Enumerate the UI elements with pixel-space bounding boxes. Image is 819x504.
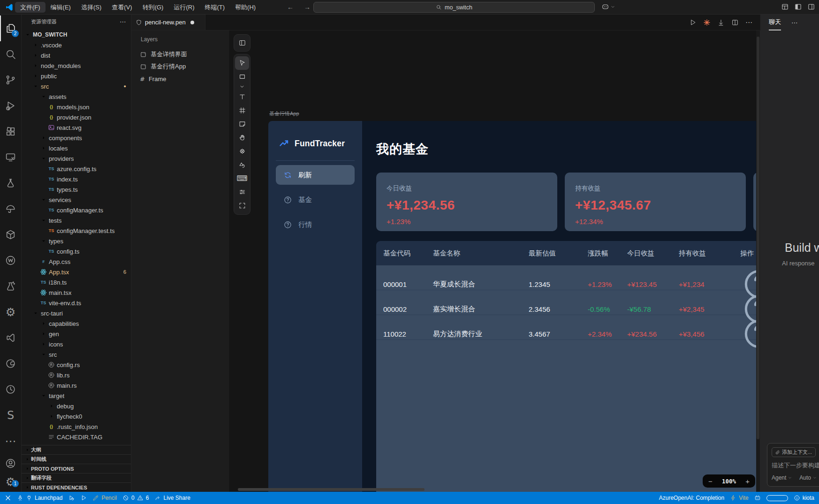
launchpad-status[interactable]: Launchpad (14, 495, 65, 501)
layer-item[interactable]: 基金详情界面 (131, 48, 229, 60)
app-frame[interactable]: FundTracker 刷新基金行情 我的基金 今日收益+¥1,234.56+1… (268, 121, 756, 492)
hand-tool[interactable] (235, 131, 249, 144)
activity-item-gear-extension[interactable]: ⚙ (0, 299, 21, 325)
browser-status[interactable] (751, 495, 764, 501)
layout-grid-icon[interactable] (781, 3, 789, 11)
component-tool[interactable] (235, 144, 249, 158)
chat-input-box[interactable]: 添加上下文... 描述下一步要构建 Agent Auto (767, 443, 819, 487)
layer-item[interactable]: 基金行情App (131, 60, 229, 73)
kiota-status[interactable]: kiota (791, 495, 817, 501)
menu-item[interactable]: 选择(S) (76, 2, 106, 13)
scrollbar-thumb[interactable] (757, 37, 759, 439)
pencil-status[interactable]: Pencil (90, 495, 120, 501)
tree-item[interactable]: target (22, 391, 131, 401)
tree-item[interactable]: TStypes.ts (22, 184, 131, 195)
menu-item[interactable]: 查看(V) (106, 2, 137, 13)
tree-item[interactable]: capabilities (22, 318, 131, 329)
activity-item-run-debug[interactable] (0, 93, 21, 119)
help-circle-icon[interactable] (740, 315, 756, 353)
tree-item[interactable]: src (22, 349, 131, 360)
tree-item[interactable]: src● (22, 81, 131, 91)
menu-item[interactable]: 编辑(E) (46, 2, 76, 13)
tree-item[interactable]: services (22, 195, 131, 205)
tree-item[interactable]: config.rs (22, 360, 131, 370)
tree-item[interactable]: TSindex.ts (22, 174, 131, 184)
tree-item[interactable]: main.rs (22, 380, 131, 391)
activity-item-w-extension[interactable] (0, 248, 21, 273)
activity-item-remote-explorer[interactable] (0, 144, 21, 170)
select-tool[interactable] (235, 56, 249, 70)
more-actions-icon[interactable]: ⋯ (120, 18, 126, 25)
tree-item[interactable]: react.svg (22, 122, 131, 133)
section-时间线[interactable]: 时间线 (22, 454, 131, 464)
shapes-tool[interactable] (235, 158, 249, 172)
menu-item[interactable]: 终端(T) (199, 2, 230, 13)
toggle-status[interactable] (764, 495, 791, 501)
vertical-scrollbar[interactable] (756, 30, 760, 492)
tree-item[interactable]: lib.rs (22, 370, 131, 380)
panel-left-icon[interactable] (794, 3, 802, 11)
split-icon[interactable] (731, 19, 739, 26)
model-select[interactable]: Auto (799, 474, 817, 481)
nav-item-行情[interactable]: 行情 (276, 215, 355, 234)
tree-item[interactable]: locales (22, 143, 131, 153)
activity-item-container-extension[interactable] (0, 222, 21, 248)
tree-item[interactable]: {}provider.json (22, 112, 131, 122)
activity-item-more-extensions[interactable]: ⋯ (0, 428, 21, 454)
tab-pencil-new[interactable]: pencil-new.pen (131, 15, 205, 30)
tree-item[interactable]: debug (22, 401, 131, 411)
run-status[interactable] (77, 495, 90, 501)
horizontal-scrollbar[interactable] (238, 488, 425, 491)
tree-item[interactable]: dist (22, 50, 131, 60)
tree-item[interactable]: flycheck0 (22, 411, 131, 421)
section-PROTO OPTIONS[interactable]: PROTO OPTIONS (22, 464, 131, 473)
tree-item[interactable]: TSi18n.ts (22, 277, 131, 287)
azure-openai-status[interactable]: AzureOpenAI: Completion (656, 495, 727, 501)
tree-item[interactable]: node_modules (22, 60, 131, 71)
activity-item-testing[interactable] (0, 170, 21, 196)
activity-item-search[interactable] (0, 41, 21, 67)
activity-item-edge-extension[interactable] (0, 351, 21, 376)
activity-item-chemistry-extension[interactable] (0, 273, 21, 299)
menu-item[interactable]: 运行(R) (168, 2, 199, 13)
zoom-out-button[interactable]: − (708, 477, 713, 485)
activity-item-umbrella-extension[interactable] (0, 196, 21, 222)
tree-item[interactable]: TSvite-env.d.ts (22, 298, 131, 308)
panel-toggle-tool[interactable] (235, 36, 249, 50)
tree-item[interactable]: src-tauri (22, 308, 131, 318)
design-canvas[interactable]: ⌨ 基金行情App FundTracker 刷新基金行情 我的 (230, 30, 756, 492)
activity-item-settings[interactable]: ⚙1 (0, 473, 21, 491)
nav-item-基金[interactable]: 基金 (276, 190, 355, 210)
tree-item[interactable]: MO_SWITCH (22, 30, 131, 40)
expand-tool[interactable] (235, 199, 249, 212)
note-tool[interactable] (235, 117, 249, 131)
fund-action[interactable] (740, 315, 756, 353)
tree-item[interactable]: components (22, 133, 131, 143)
layer-item[interactable]: #Frame (131, 73, 229, 85)
tree-item[interactable]: #App.css (22, 256, 131, 267)
tree-item[interactable]: CACHEDIR.TAG (22, 432, 131, 442)
keyboard-tool[interactable]: ⌨ (235, 172, 249, 185)
pencil-star-icon[interactable] (703, 19, 711, 26)
section-RUST DEPENDENCIES[interactable]: RUST DEPENDENCIES (22, 482, 131, 492)
agent-select[interactable]: Agent (772, 474, 792, 481)
tree-item[interactable]: icons (22, 339, 131, 349)
tree-item[interactable]: {}models.json (22, 102, 131, 112)
tree-item[interactable]: public (22, 71, 131, 81)
table-row[interactable]: 110022易方达消费行业3.4567+2.34%+¥234.56+¥3,456 (376, 315, 756, 340)
tree-item[interactable]: types (22, 236, 131, 246)
nav-item-刷新[interactable]: 刷新 (276, 165, 355, 185)
rectangle-tool[interactable] (235, 70, 249, 83)
more-actions-icon[interactable]: ⋯ (791, 19, 798, 26)
tree-item[interactable]: TSconfigManager.test.ts (22, 226, 131, 236)
remote-indicator[interactable] (2, 495, 14, 501)
tree-item[interactable]: App.tsx6 (22, 267, 131, 277)
history-back-icon[interactable]: ← (287, 3, 294, 11)
live-share-status[interactable]: Live Share (152, 495, 193, 501)
activity-item-visual-studio-extension[interactable] (0, 325, 21, 351)
activity-item-source-control[interactable] (0, 67, 21, 93)
problems-status[interactable]: 0 6 (120, 495, 152, 501)
activity-item-extensions[interactable] (0, 119, 21, 144)
tree-item[interactable]: providers (22, 153, 131, 164)
menu-item[interactable]: 文件(F) (15, 2, 46, 13)
